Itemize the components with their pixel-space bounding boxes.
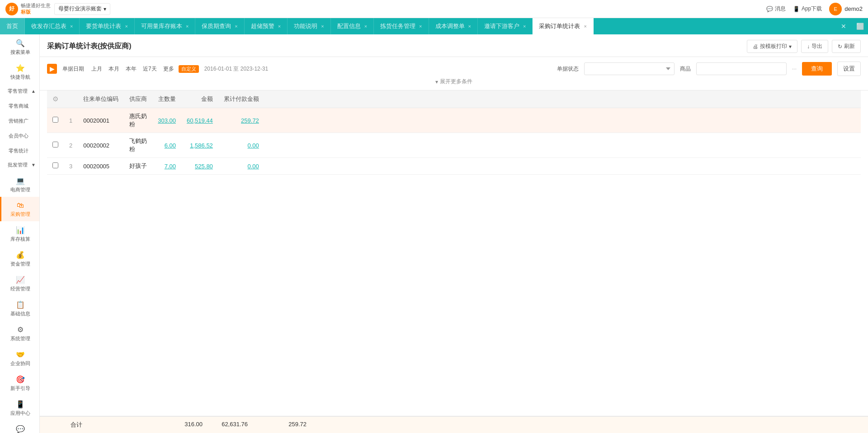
date-btn-this-year[interactable]: 本年 xyxy=(124,65,138,73)
status-select[interactable] xyxy=(584,62,675,75)
logo-text: 畅捷通好生意 标版 xyxy=(21,3,51,14)
sidebar-item-inventory[interactable]: 📊 库存核算 xyxy=(0,221,39,246)
goods-more-icon[interactable]: ··· xyxy=(792,66,797,72)
sidebar-item-marketing[interactable]: 营销推广 xyxy=(0,113,39,128)
date-btn-more[interactable]: 更多 xyxy=(161,65,176,73)
row-checkbox[interactable] xyxy=(47,108,64,133)
username-label: demo2 xyxy=(844,5,863,12)
settings-button[interactable]: 设置 xyxy=(837,62,861,76)
close-icon[interactable]: × xyxy=(364,24,367,29)
date-range-from: 2016-01-01 至 2023-12-31 xyxy=(204,65,268,73)
tab-功能说明[interactable]: 功能说明 × xyxy=(288,18,330,34)
th-supplier: 供应商 xyxy=(124,90,152,108)
close-icon[interactable]: × xyxy=(468,24,471,29)
tab-采购订单统计表[interactable]: 采购订单统计表 × xyxy=(533,18,593,34)
sidebar-item-retail-mall[interactable]: 零售商城 xyxy=(0,98,39,113)
goods-input[interactable] xyxy=(696,62,787,75)
expand-more-button[interactable]: ▾ 展开更多条件 xyxy=(47,76,861,86)
message-action[interactable]: 💬 消息 xyxy=(766,5,786,13)
sidebar-item-newguide[interactable]: 🎯 新手引导 xyxy=(0,371,39,395)
sidebar-item-quicknav[interactable]: ⭐ 快捷导航 xyxy=(0,59,39,84)
tab-home[interactable]: 首页 xyxy=(0,18,25,34)
tab-要货单统计表[interactable]: 要货单统计表 × xyxy=(80,18,134,34)
sidebar-item-retail[interactable]: 零售管理 ▲ xyxy=(0,84,39,98)
footer-main-qty: 316.00 xyxy=(172,421,208,429)
user-area[interactable]: E demo2 xyxy=(829,3,863,15)
tab-成本调整单[interactable]: 成本调整单 × xyxy=(429,18,478,34)
appcenter-icon: 📱 xyxy=(16,400,25,409)
page-header-actions: 🖨 按模板打印 ▾ ↓ 导出 ↻ 刷新 xyxy=(747,40,861,53)
row-amount: 1,586.52 xyxy=(181,133,218,158)
enterprise-icon: 🤝 xyxy=(16,350,25,359)
footer-label: 合计 xyxy=(45,421,172,429)
logo-icon: 好 xyxy=(5,3,18,15)
row-extra xyxy=(264,108,861,133)
tab-邀请下游客户[interactable]: 邀请下游客户 × xyxy=(478,18,533,34)
settings-icon: ⚙ xyxy=(52,95,58,103)
row-amount: 60,519.44 xyxy=(181,108,218,133)
main-layout: 🔍 搜索菜单 ⭐ 快捷导航 零售管理 ▲ 零售商城 营销推广 会员中心 零售统计… xyxy=(0,34,868,433)
print-button[interactable]: 🖨 按模板打印 ▾ xyxy=(747,40,797,53)
close-icon[interactable]: × xyxy=(235,24,237,29)
sidebar-item-search[interactable]: 🔍 搜索菜单 xyxy=(0,34,39,59)
table-row[interactable]: 1 00020001 惠氏奶粉 303.00 60,519.44 259.72 xyxy=(47,108,861,133)
app-download-action[interactable]: 📱 App下载 xyxy=(793,5,822,13)
close-all-button[interactable]: ✕ xyxy=(835,18,852,34)
filter-toggle-button[interactable]: ▶ xyxy=(47,64,57,74)
row-checkbox[interactable] xyxy=(47,133,64,158)
export-button[interactable]: ↓ 导出 xyxy=(801,40,828,53)
row-extra xyxy=(264,133,861,158)
tab-超储预警[interactable]: 超储预警 × xyxy=(245,18,288,34)
refresh-button[interactable]: ↻ 刷新 xyxy=(832,40,861,53)
tab-配置信息[interactable]: 配置信息 × xyxy=(331,18,374,34)
sidebar-item-ecommerce[interactable]: 💻 电商管理 xyxy=(0,172,39,197)
table-row[interactable]: 2 00020002 飞鹤奶粉 6.00 1,586.52 0.00 xyxy=(47,133,861,158)
close-icon[interactable]: × xyxy=(125,24,127,29)
close-icon[interactable]: × xyxy=(584,24,586,29)
sidebar-item-system[interactable]: ⚙ 系统管理 xyxy=(0,321,39,346)
sidebar-item-wholesale[interactable]: 批发管理 ▼ xyxy=(0,158,39,172)
sidebar-item-appcenter[interactable]: 📱 应用中心 xyxy=(0,395,39,420)
newguide-icon: 🎯 xyxy=(16,375,25,384)
table-row[interactable]: 3 00020005 好孩子 7.00 525.80 0.00 xyxy=(47,158,861,175)
sidebar-item-purchase[interactable]: 🛍 采购管理 xyxy=(0,197,39,221)
close-icon[interactable]: × xyxy=(321,24,324,29)
close-icon[interactable]: × xyxy=(278,24,281,29)
tab-保质期查询[interactable]: 保质期查询 × xyxy=(195,18,244,34)
row-supplier: 飞鹤奶粉 xyxy=(124,133,152,158)
sidebar-item-operation[interactable]: 📈 经营管理 xyxy=(0,271,39,296)
row-main-qty: 6.00 xyxy=(152,133,181,158)
close-icon[interactable]: × xyxy=(186,24,189,29)
export-icon: ↓ xyxy=(807,43,810,50)
sidebar-item-member[interactable]: 会员中心 xyxy=(0,128,39,143)
chevron-up-icon: ▲ xyxy=(31,89,36,94)
tab-拣货任务管理[interactable]: 拣货任务管理 × xyxy=(374,18,429,34)
close-icon[interactable]: × xyxy=(70,24,73,29)
sidebar-item-basic[interactable]: 📋 基础信息 xyxy=(0,296,39,321)
query-button[interactable]: 查询 xyxy=(802,62,832,76)
close-icon[interactable]: × xyxy=(523,24,526,29)
sidebar-item-retail-stat[interactable]: 零售统计 xyxy=(0,143,39,158)
nav-tabs-end: ✕ ⬜ xyxy=(835,18,868,34)
sidebar-item-corpwechat[interactable]: 💬 企业微信 xyxy=(0,420,39,433)
row-checkbox[interactable] xyxy=(47,158,64,175)
goods-label: 商品 xyxy=(680,65,691,73)
page-header: 采购订单统计表(按供应商) 🖨 按模板打印 ▾ ↓ 导出 ↻ 刷新 xyxy=(40,34,868,57)
row-unit-code: 00020001 xyxy=(78,108,124,133)
ecommerce-icon: 💻 xyxy=(16,176,25,185)
date-btn-7days[interactable]: 近7天 xyxy=(141,65,159,73)
logo-area: 好 畅捷通好生意 标版 xyxy=(5,3,51,15)
row-main-qty: 303.00 xyxy=(152,108,181,133)
top-bar-left: 好 畅捷通好生意 标版 母婴行业演示账套 ▾ xyxy=(5,3,110,15)
workspace-selector[interactable]: 母婴行业演示账套 ▾ xyxy=(54,3,110,15)
close-icon[interactable]: × xyxy=(419,24,422,29)
tab-收发存汇总表[interactable]: 收发存汇总表 × xyxy=(25,18,80,34)
sidebar-item-enterprise[interactable]: 🤝 企业协同 xyxy=(0,346,39,371)
tab-可用量库存账本[interactable]: 可用量库存账本 × xyxy=(135,18,195,34)
sidebar-item-finance[interactable]: 💰 资金管理 xyxy=(0,246,39,271)
date-btn-this-month[interactable]: 本月 xyxy=(107,65,121,73)
footer-amount: 62,631.76 xyxy=(208,421,253,429)
restore-button[interactable]: ⬜ xyxy=(852,18,868,34)
th-settings[interactable]: ⚙ xyxy=(47,90,64,108)
date-btn-last-month[interactable]: 上月 xyxy=(90,65,104,73)
